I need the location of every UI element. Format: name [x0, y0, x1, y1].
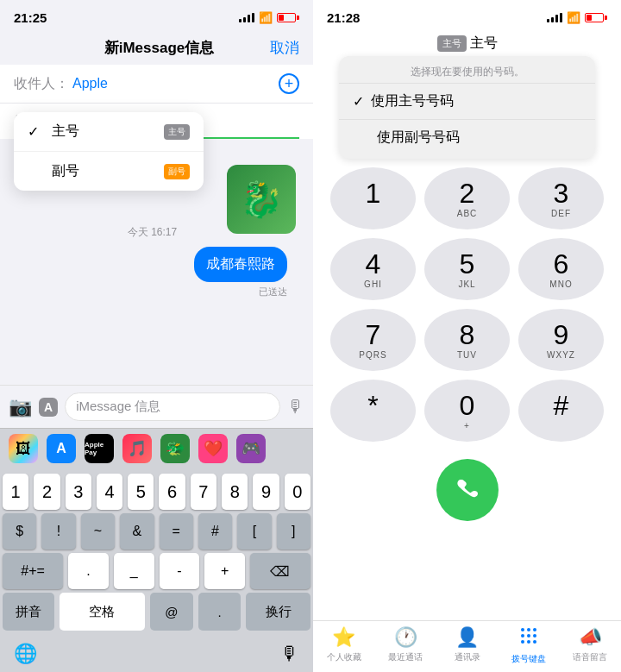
keypad-icon [519, 626, 538, 650]
svg-point-2 [533, 628, 536, 631]
call-btn-row [330, 450, 604, 530]
svg-point-6 [521, 640, 524, 644]
svg-point-8 [533, 640, 536, 644]
key-7[interactable]: 7 [191, 474, 216, 510]
camera-icon[interactable]: 📷 [9, 396, 32, 418]
sim-option-primary[interactable]: ✓ 使用主号号码 [339, 83, 595, 119]
tab-recents[interactable]: 🕐 最近通话 [374, 626, 436, 665]
check-icon: ✓ [28, 123, 45, 140]
dial-key-4[interactable]: 4GHI [330, 238, 416, 300]
sym-row-2: #+= . _ - + ⌫ [0, 551, 313, 591]
key-dollar[interactable]: $ [3, 513, 36, 550]
key-delete[interactable]: ⌫ [250, 553, 310, 589]
number-keyboard: 1 2 3 4 5 6 7 8 9 0 $ ! ~ & = # [ ] #+= … [0, 468, 313, 636]
cancel-button[interactable]: 取消 [270, 38, 299, 58]
key-0[interactable]: 0 [285, 474, 310, 510]
tab-favorites[interactable]: ⭐ 个人收藏 [313, 626, 374, 665]
dial-key-star[interactable]: * [330, 380, 416, 442]
sim-badge: 主号 [437, 35, 467, 52]
applepay-tray-icon[interactable]: Apple Pay [85, 434, 114, 463]
key-2[interactable]: 2 [34, 474, 60, 510]
nav-bar: 新iMessage信息 取消 [0, 31, 313, 65]
sim-option-secondary[interactable]: 使用副号号码 [339, 119, 595, 155]
key-period[interactable]: . [68, 553, 109, 589]
status-bar-right: 21:28 📶 [313, 0, 621, 31]
key-9[interactable]: 9 [253, 474, 279, 510]
dial-key-5[interactable]: 5JKL [424, 238, 510, 300]
sym-row-1: $ ! ~ & = # [ ] [0, 512, 313, 551]
dial-key-2[interactable]: 2ABC [424, 167, 510, 229]
tab-keypad[interactable]: 拨号键盘 [498, 626, 559, 665]
sim-dropdown: 选择现在要使用的号码。 ✓ 使用主号号码 使用副号号码 [339, 56, 595, 159]
nav-title: 新iMessage信息 [48, 38, 270, 58]
dial-key-7[interactable]: 7PQRS [330, 309, 416, 371]
key-hash[interactable]: # [198, 513, 232, 550]
recents-label: 最近通话 [388, 651, 423, 663]
key-exclaim[interactable]: ! [41, 513, 75, 550]
message-bubble: 成都春熙路 [194, 247, 287, 282]
dragon-sticker: 🐉 [227, 165, 296, 234]
key-dot[interactable]: . [198, 593, 242, 631]
status-bar-left: 21:25 📶 [0, 0, 313, 31]
sim-option-secondary-label: 使用副号号码 [377, 129, 460, 147]
music-tray-icon[interactable]: 🎵 [122, 434, 152, 463]
dropdown-item-secondary[interactable]: 副号 副号 [14, 152, 204, 191]
key-equals[interactable]: = [160, 513, 193, 550]
key-space[interactable]: 空格 [60, 593, 145, 631]
key-1[interactable]: 1 [3, 474, 28, 510]
key-3[interactable]: 3 [66, 474, 91, 510]
sim-selector-bar[interactable]: 主号 主号 [313, 31, 621, 53]
sticker1-tray-icon[interactable]: 🐲 [160, 434, 190, 463]
voice-icon[interactable]: 🎙 [287, 397, 304, 417]
svg-point-5 [533, 634, 536, 637]
apps-icon[interactable]: A [39, 398, 58, 417]
key-5[interactable]: 5 [128, 474, 154, 510]
key-4[interactable]: 4 [97, 474, 122, 510]
tab-voicemail[interactable]: 📣 语音留言 [560, 626, 621, 665]
dropdown-item-label: 主号 [52, 122, 164, 141]
key-lbracket[interactable]: [ [237, 513, 271, 550]
key-return[interactable]: 换行 [246, 593, 310, 631]
primary-badge: 主号 [164, 124, 190, 140]
mic-icon[interactable]: 🎙 [280, 643, 299, 665]
wifi-icon: 📶 [259, 11, 273, 24]
dial-key-1[interactable]: 1 [330, 167, 416, 229]
sticker3-tray-icon[interactable]: 🎮 [236, 434, 266, 463]
key-tilde[interactable]: ~ [81, 513, 115, 550]
add-recipient-button[interactable]: + [279, 73, 299, 94]
key-6[interactable]: 6 [159, 474, 185, 510]
sticker2-tray-icon[interactable]: ❤️ [198, 434, 228, 463]
kb-bottom-row: 拼音 空格 @ . 换行 [0, 591, 313, 632]
key-8[interactable]: 8 [222, 474, 248, 510]
key-plus[interactable]: + [204, 553, 245, 589]
recipient-value: Apple [72, 76, 279, 91]
globe-icon[interactable]: 🌐 [14, 643, 37, 665]
recents-icon: 🕐 [394, 626, 417, 649]
favorites-icon: ⭐ [332, 626, 355, 649]
tab-contacts[interactable]: 👤 通讯录 [436, 626, 498, 665]
key-at[interactable]: @ [150, 593, 193, 631]
svg-point-7 [527, 640, 530, 644]
dropdown-item-primary[interactable]: ✓ 主号 主号 [14, 112, 204, 152]
photos-tray-icon[interactable]: 🖼 [9, 434, 38, 463]
dial-key-8[interactable]: 8TUV [424, 309, 510, 371]
dial-key-hash[interactable]: # [518, 380, 604, 442]
dial-key-9[interactable]: 9WXYZ [518, 309, 604, 371]
call-button[interactable] [436, 459, 499, 521]
dial-grid: 1 2ABC 3DEF 4GHI 5JKL 6MNO 7PQRS 8TUV [330, 167, 604, 442]
dial-key-6[interactable]: 6MNO [518, 238, 604, 300]
key-underscore[interactable]: _ [114, 553, 154, 589]
favorites-label: 个人收藏 [327, 651, 361, 663]
message-input[interactable]: iMessage 信息 [65, 393, 280, 421]
dropdown-hint: 选择现在要使用的号码。 [339, 60, 595, 83]
key-minus[interactable]: - [160, 553, 200, 589]
contacts-icon: 👤 [455, 626, 479, 649]
appstore-tray-icon[interactable]: A [47, 434, 76, 463]
key-numpad-toggle[interactable]: #+= [3, 553, 63, 589]
key-pinyin[interactable]: 拼音 [3, 593, 54, 631]
dial-key-0[interactable]: 0+ [424, 380, 510, 442]
key-amp[interactable]: & [120, 513, 154, 550]
dial-key-3[interactable]: 3DEF [518, 167, 604, 229]
key-rbracket[interactable]: ] [277, 513, 310, 550]
keypad-label: 拨号键盘 [511, 653, 546, 665]
